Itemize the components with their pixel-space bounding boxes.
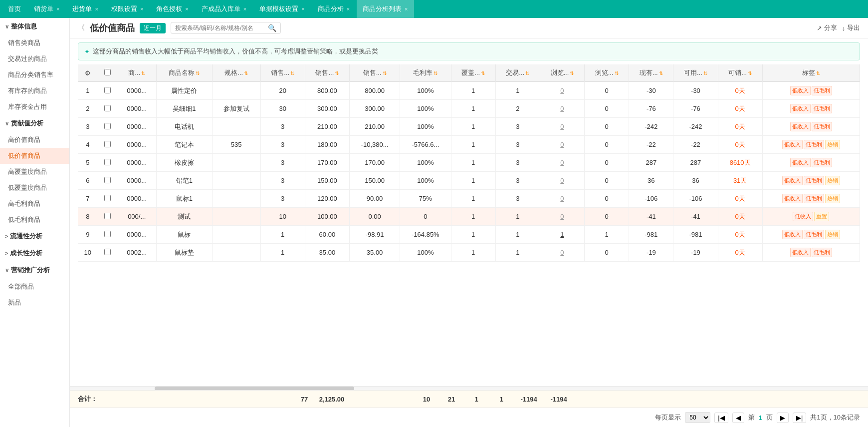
nav-item-单据模板设置[interactable]: 单据模板设置× — [253, 0, 310, 18]
row-checkbox-input[interactable] — [104, 105, 111, 111]
nav-close-icon[interactable]: × — [140, 6, 143, 12]
col-header-trade[interactable]: 交易...⇅ — [495, 64, 540, 82]
row-checkbox-input[interactable] — [104, 123, 111, 129]
page-size-select[interactable]: 50 100 — [685, 412, 710, 423]
nav-item-商品分析[interactable]: 商品分析× — [312, 0, 356, 18]
col-header-spec[interactable]: 规格...⇅ — [212, 64, 260, 82]
sidebar-item-库存资金占用[interactable]: 库存资金占用 — [0, 99, 69, 115]
sidebar-item-低价值商品[interactable]: 低价值商品 — [0, 148, 69, 164]
row-checkbox-input[interactable] — [104, 141, 111, 147]
row-checkbox-input[interactable] — [104, 249, 111, 255]
nav-close-icon[interactable]: × — [301, 6, 304, 12]
nav-item-首页[interactable]: 首页 — [2, 0, 27, 18]
sale-amount: 150.00 — [305, 172, 349, 190]
col-header-avail[interactable]: 可用...⇅ — [673, 64, 718, 82]
sidebar-item-商品分类销售率[interactable]: 商品分类销售率 — [0, 67, 69, 83]
sidebar-item-新品[interactable]: 新品 — [0, 295, 69, 311]
sidebar-item-销售类商品[interactable]: 销售类商品 — [0, 35, 69, 51]
sidebar-group-整体信息[interactable]: ∨整体信息 — [0, 18, 69, 35]
row-checkbox-input[interactable] — [104, 231, 111, 237]
product-code: 0000... — [117, 190, 157, 208]
sidebar-item-高覆盖度商品[interactable]: 高覆盖度商品 — [0, 164, 69, 180]
search-icon[interactable]: 🔍 — [268, 24, 276, 32]
col-header-tags[interactable]: 标签⇅ — [762, 64, 860, 82]
nav-close-icon[interactable]: × — [95, 6, 98, 12]
col-header-name[interactable]: 商品名称⇅ — [157, 64, 213, 82]
footer-cell — [604, 396, 663, 403]
sidebar-group-流通性分析[interactable]: >流通性分析 — [0, 228, 69, 245]
view-link[interactable]: 0 — [560, 249, 564, 256]
nav-item-产成品入库单[interactable]: 产成品入库单× — [196, 0, 252, 18]
collapse-button[interactable]: 《 — [78, 23, 85, 32]
view-link[interactable]: 0 — [560, 141, 564, 148]
tag-低收入: 低收入 — [782, 176, 803, 185]
col-header-view1[interactable]: 浏览...⇅ — [540, 64, 584, 82]
sidebar-group-成长性分析[interactable]: >成长性分析 — [0, 245, 69, 262]
view-link[interactable]: 0 — [560, 105, 564, 112]
view-link[interactable]: 0 — [560, 159, 564, 166]
sidebar-item-交易过的商品[interactable]: 交易过的商品 — [0, 51, 69, 67]
nav-close-icon[interactable]: × — [405, 6, 408, 12]
product-code: 0000... — [117, 226, 157, 244]
view-link[interactable]: 1 — [560, 231, 564, 238]
col-header-view2[interactable]: 浏览...⇅ — [585, 64, 629, 82]
row-number: 4 — [78, 136, 98, 154]
nav-close-icon[interactable]: × — [185, 6, 188, 12]
view-count2: 0 — [585, 136, 629, 154]
select-all-checkbox[interactable] — [104, 69, 111, 75]
sidebar-item-高毛利商品[interactable]: 高毛利商品 — [0, 196, 69, 212]
col-header-sellable[interactable]: 可销...⇅ — [718, 64, 762, 82]
col-header-current[interactable]: 现有...⇅ — [629, 64, 673, 82]
sidebar-item-低覆盖度商品[interactable]: 低覆盖度商品 — [0, 180, 69, 196]
nav-item-商品分析列表[interactable]: 商品分析列表× — [357, 0, 414, 18]
row-checkbox-input[interactable] — [104, 195, 111, 201]
view-link[interactable]: 0 — [560, 177, 564, 184]
col-header-sale3[interactable]: 销售...⇅ — [349, 64, 400, 82]
nav-item-销货单[interactable]: 销货单× — [28, 0, 65, 18]
sidebar-item-低毛利商品[interactable]: 低毛利商品 — [0, 212, 69, 228]
col-header-sale1[interactable]: 销售...⇅ — [260, 64, 305, 82]
next-page-button[interactable]: ▶ — [777, 413, 789, 423]
footer-cell — [349, 396, 384, 403]
gross-rate: 100% — [400, 118, 451, 136]
view-link[interactable]: 0 — [560, 195, 564, 202]
filter-tag[interactable]: 近一月 — [140, 23, 166, 33]
row-checkbox-input[interactable] — [104, 87, 111, 93]
export-button[interactable]: ↓ 导出 — [842, 23, 861, 32]
nav-close-icon[interactable]: × — [347, 6, 350, 12]
horizontal-scrollbar[interactable] — [70, 386, 868, 390]
sidebar-item-全部商品[interactable]: 全部商品 — [0, 279, 69, 295]
col-header-gross[interactable]: 毛利率⇅ — [400, 64, 451, 82]
nav-item-权限设置[interactable]: 权限设置× — [105, 0, 149, 18]
view-link[interactable]: 0 — [560, 123, 564, 130]
sidebar-item-有库存的商品[interactable]: 有库存的商品 — [0, 83, 69, 99]
col-header-cover[interactable]: 覆盖...⇅ — [451, 64, 495, 82]
col-header-code[interactable]: 商...⇅ — [117, 64, 157, 82]
row-checkbox-input[interactable] — [104, 177, 111, 183]
nav-close-icon[interactable]: × — [243, 6, 246, 12]
sort-icon: ⇅ — [383, 70, 387, 76]
nav-close-icon[interactable]: × — [56, 6, 59, 12]
arrow-icon: ∨ — [5, 120, 9, 127]
sale-gross-amount: 90.00 — [349, 190, 400, 208]
first-page-button[interactable]: |◀ — [714, 413, 728, 423]
row-checkbox-input[interactable] — [104, 159, 111, 165]
view-link[interactable]: 0 — [560, 213, 564, 220]
sale-amount: 180.00 — [305, 136, 349, 154]
gross-rate: -5766.6... — [400, 136, 451, 154]
row-checkbox-input[interactable] — [104, 213, 111, 219]
col-header-sale2[interactable]: 销售...⇅ — [305, 64, 349, 82]
nav-item-角色授权[interactable]: 角色授权× — [150, 0, 194, 18]
sidebar-group-贡献值分析[interactable]: ∨贡献值分析 — [0, 115, 69, 132]
product-tags: 低收入重置 — [762, 208, 860, 226]
prev-page-button[interactable]: ◀ — [732, 413, 744, 423]
view-link[interactable]: 0 — [560, 87, 564, 94]
settings-icon[interactable]: ⚙ — [85, 69, 91, 77]
avail-stock: -30 — [673, 82, 718, 100]
last-page-button[interactable]: ▶| — [793, 413, 806, 423]
search-input[interactable] — [175, 24, 265, 31]
nav-item-进货单[interactable]: 进货单× — [66, 0, 104, 18]
sidebar-item-高价值商品[interactable]: 高价值商品 — [0, 132, 69, 148]
share-button[interactable]: ↗ 分享 — [817, 23, 837, 32]
sidebar-group-营销推广分析[interactable]: ∨营销推广分析 — [0, 262, 69, 279]
